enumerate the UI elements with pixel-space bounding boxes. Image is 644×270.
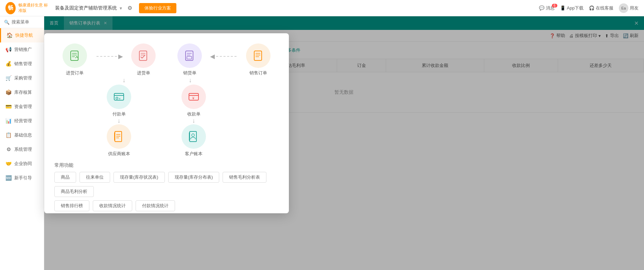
common-btn-receipt-stats[interactable]: 收款情况统计 xyxy=(93,200,132,211)
common-btn-stock-status[interactable]: 现存量(库存状况表) xyxy=(114,172,165,183)
basic-info-icon: 📋 xyxy=(5,132,12,138)
main-area: 🔍 搜索菜单 🏠 快捷导航 📢 营销推广 💰 销售管理 🛒 采购管理 📦 xyxy=(0,16,644,270)
popup-overlay[interactable]: 进货订单 ▶ xyxy=(44,16,644,270)
svg-rect-11 xyxy=(254,51,262,60)
system-label: 系统管理 xyxy=(14,146,32,152)
sidebar-item-quick-nav[interactable]: 🏠 快捷导航 xyxy=(0,28,44,42)
top-right-actions: 💬 消息 6 📱 App下载 🎧 在线客服 Ea 用友 xyxy=(539,3,639,13)
sidebar-item-marketing[interactable]: 📢 营销推广 xyxy=(0,42,44,57)
purchase-order-label: 进货订单 xyxy=(66,70,84,76)
common-btn-sales-profit[interactable]: 销售毛利分析表 xyxy=(223,172,266,183)
app-download-label: App下载 xyxy=(567,5,584,11)
purchase-bill-circle xyxy=(131,43,156,68)
sales-bill-circle xyxy=(177,43,202,68)
purchase-order-circle xyxy=(63,43,87,68)
receipt-circle: ¥ xyxy=(181,85,206,109)
flow-node-receipt: ¥ 收款单 xyxy=(173,85,214,117)
svg-rect-10 xyxy=(187,56,192,59)
app-download-icon: 📱 xyxy=(560,5,565,11)
flow-arrow-left-1: ▶ xyxy=(210,53,238,67)
arrow-down-icon-3: ↓ xyxy=(118,117,121,124)
svg-rect-23 xyxy=(114,132,115,141)
arrow-down-icon-2: ↓ xyxy=(189,77,192,84)
common-btn-payment-stats[interactable]: 付款情况统计 xyxy=(136,200,175,211)
sidebar-item-enterprise[interactable]: 🤝 企业协同 xyxy=(0,157,44,171)
quick-nav-label: 快捷导航 xyxy=(15,32,33,38)
marketing-icon: 📢 xyxy=(5,47,12,53)
inventory-icon: 📦 xyxy=(5,89,12,95)
purchase-order-icon xyxy=(69,50,81,62)
trial-button[interactable]: 体验行业方案 xyxy=(139,3,176,13)
content-area: 首页 销售订单执行表 ✕ ✕ ❓ 帮助 🖨 按模板打印 ▾ xyxy=(44,16,644,270)
logo-area: 畅 畅康通好生意 标准版 xyxy=(5,2,50,14)
svg-rect-28 xyxy=(189,132,190,141)
user-menu[interactable]: Ea 用友 xyxy=(619,3,639,13)
flow-arrow-right-1: ▶ xyxy=(95,53,123,67)
receipt-icon: ¥ xyxy=(188,91,200,103)
customer-ledger-label: 客户账本 xyxy=(185,151,203,157)
settings-icon[interactable]: ⚙ xyxy=(127,5,132,11)
sidebar-item-purchase[interactable]: 🛒 采购管理 xyxy=(0,71,44,85)
spacer-mid-2 xyxy=(139,117,173,124)
common-btn-partner[interactable]: 往来单位 xyxy=(80,172,110,183)
logo-text: 畅康通好生意 标准版 xyxy=(18,3,50,13)
sales-order-icon xyxy=(252,50,264,62)
flow-row-2: ¥ 付款单 ¥ xyxy=(99,85,279,117)
basic-info-label: 基础信息 xyxy=(14,132,32,138)
search-icon: 🔍 xyxy=(4,20,10,25)
avatar: Ea xyxy=(619,3,628,13)
flow-arrows-down-row-2: ↓ ↓ xyxy=(99,117,279,124)
purchase-icon: 🛒 xyxy=(5,75,12,81)
arrow-down-receipt: ↓ xyxy=(173,117,214,124)
arrow-down-sales-icon: ↓ xyxy=(189,76,192,85)
common-buttons-area-2: 销售排行榜 收款情况统计 付款情况统计 xyxy=(54,200,279,211)
arrow-down-sales-bill: ↓ xyxy=(170,76,211,85)
sidebar-item-sales[interactable]: 💰 销售管理 xyxy=(0,57,44,71)
arrow-spacer-dashed xyxy=(95,76,102,85)
sales-order-label: 销售订单 xyxy=(249,70,267,76)
sidebar-item-system[interactable]: ⚙ 系统管理 xyxy=(0,142,44,157)
app-download-button[interactable]: 📱 App下载 xyxy=(560,5,584,11)
sidebar-item-finance[interactable]: 💳 资金管理 xyxy=(0,100,44,114)
flow-node-purchase-order: 进货订单 xyxy=(54,43,95,76)
operations-icon: 📊 xyxy=(5,118,12,124)
sidebar-item-inventory[interactable]: 📦 库存核算 xyxy=(0,85,44,100)
sidebar-item-beginner[interactable]: 🆕 新手引导 xyxy=(0,171,44,185)
sales-order-circle xyxy=(246,43,271,68)
quick-guide-popup: 进货订单 ▶ xyxy=(44,33,289,213)
payment-label: 付款单 xyxy=(112,111,126,117)
arrow-down-purchase-icon: ↓ xyxy=(123,76,126,85)
system-title-area: 装备及固定资产辅助管理系统 ▾ ⚙ 体验行业方案 xyxy=(50,3,539,13)
sidebar-item-operations[interactable]: 📊 经营管理 xyxy=(0,114,44,128)
online-support-button[interactable]: 🎧 在线客服 xyxy=(589,5,613,11)
beginner-icon: 🆕 xyxy=(5,175,12,181)
common-btn-stock-dist[interactable]: 现存量(库存分布表) xyxy=(168,172,220,183)
sidebar-item-basic-info[interactable]: 📋 基础信息 xyxy=(0,128,44,142)
receipt-label: 收款单 xyxy=(187,111,201,117)
search-menu-button[interactable]: 🔍 搜索菜单 xyxy=(0,16,44,28)
purchase-bill-label: 进货单 xyxy=(137,70,150,76)
system-title-text: 装备及固定资产辅助管理系统 xyxy=(55,5,117,11)
svg-text:¥: ¥ xyxy=(192,96,194,100)
arrow-down-icon-1: ↓ xyxy=(123,77,126,84)
arrow-right-icon-1: ▶ xyxy=(118,53,123,60)
svg-rect-4 xyxy=(139,51,147,60)
flow-node-payment: ¥ 付款单 xyxy=(99,85,139,117)
svg-rect-22 xyxy=(115,131,122,142)
flow-row-3: 供应商账本 客户账本 xyxy=(99,124,279,157)
system-dropdown-icon[interactable]: ▾ xyxy=(120,5,122,11)
common-btn-sales-rank[interactable]: 销售排行榜 xyxy=(54,200,89,211)
arrow-down-purchase-bill: ↓ xyxy=(102,76,143,85)
payment-icon: ¥ xyxy=(113,91,125,103)
arrow-left-icon-1: ▶ xyxy=(210,53,215,60)
common-btn-product[interactable]: 商品 xyxy=(54,172,76,183)
sales-bill-icon xyxy=(184,50,196,62)
common-btn-product-profit[interactable]: 商品毛利分析 xyxy=(54,186,94,197)
dashed-line-2 xyxy=(216,56,237,57)
flow-node-purchase-bill: 进货单 xyxy=(123,43,164,76)
message-badge: 6 xyxy=(552,4,557,7)
enterprise-icon: 🤝 xyxy=(5,161,12,167)
arrow-down-payment: ↓ xyxy=(99,117,139,124)
message-button[interactable]: 💬 消息 6 xyxy=(539,5,555,11)
svg-text:¥: ¥ xyxy=(119,97,121,100)
